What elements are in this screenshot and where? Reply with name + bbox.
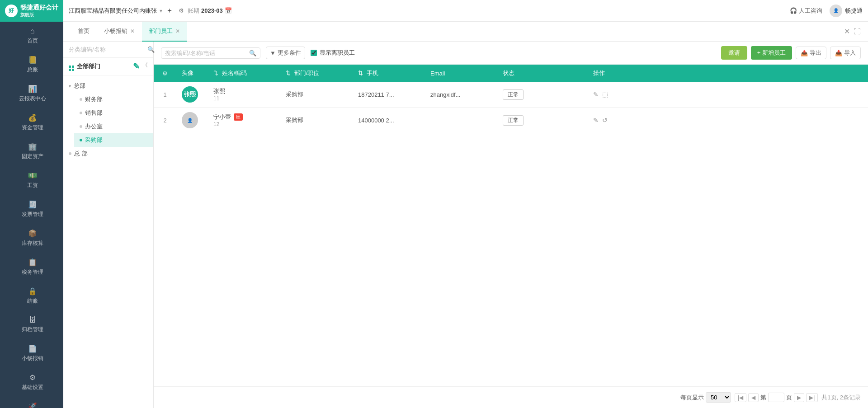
- sidebar-item-salary[interactable]: 💵 工资: [0, 166, 63, 195]
- export-button[interactable]: 📤 导出: [796, 47, 826, 59]
- company-selector[interactable]: 江西服宝精品有限责任公司内账张 ▾: [69, 7, 162, 15]
- dept-item-caigoub[interactable]: 采购部: [74, 133, 153, 147]
- company-dropdown-icon[interactable]: ▾: [160, 8, 162, 14]
- page-number-input[interactable]: 1: [768, 393, 784, 402]
- sort-icon2: ⇅: [286, 70, 291, 76]
- search-icon[interactable]: 🔍: [249, 50, 256, 56]
- row-actions-1: ✎ ⬚: [588, 82, 868, 108]
- first-page-button[interactable]: |◀: [735, 393, 746, 402]
- next-page-button[interactable]: ▶: [794, 393, 804, 402]
- col-phone[interactable]: ⇅ 手机: [353, 65, 425, 82]
- dept-item-zongbu2[interactable]: 总 部: [63, 147, 153, 160]
- prev-page-button[interactable]: ◀: [748, 393, 759, 402]
- col-settings[interactable]: ⚙: [154, 65, 176, 82]
- col-name[interactable]: ⇅ 姓名/编码: [208, 65, 280, 82]
- sidebar-label-tax: 税务管理: [22, 268, 43, 276]
- col-dept[interactable]: ⇅ 部门/职位: [280, 65, 353, 82]
- tab-expense-close[interactable]: ✕: [130, 28, 135, 34]
- sidebar-item-home[interactable]: ⌂ 首页: [0, 22, 63, 50]
- dept-item-caiwubu[interactable]: 财务部: [74, 93, 153, 106]
- per-page-dropdown[interactable]: 50 20 100: [706, 392, 731, 403]
- period-label: 账期: [188, 7, 199, 15]
- close-book-icon: 🔒: [28, 287, 37, 295]
- dept-search-input[interactable]: [69, 46, 145, 53]
- salary-icon: 💵: [28, 171, 37, 180]
- avatar: 👤: [830, 5, 842, 17]
- col-status: 状态: [497, 65, 588, 82]
- dept-dot: [80, 112, 82, 114]
- settings-gear-icon[interactable]: ⚙: [179, 7, 184, 14]
- avatar-circle-1: 张熙: [182, 86, 198, 103]
- dept-dot: [80, 125, 82, 128]
- sidebar-item-ledger[interactable]: 📒 总账: [0, 50, 63, 79]
- calendar-icon[interactable]: 📅: [225, 7, 232, 14]
- sidebar-label-fund: 资金管理: [22, 124, 43, 131]
- dept-label-caiwubu: 财务部: [85, 95, 103, 103]
- sidebar-item-inventory[interactable]: 📦 库存核算: [0, 224, 63, 253]
- tab-expense[interactable]: 小畅报销 ✕: [97, 22, 142, 42]
- logo-icon: 好: [5, 5, 18, 17]
- sidebar-item-archive[interactable]: 🗄 归档管理: [0, 310, 63, 339]
- table-row: 1 张熙 张熙 11: [154, 82, 868, 108]
- import-icon: 📥: [835, 50, 842, 56]
- row-phone-2: 14000000 2...: [353, 108, 425, 133]
- total-info: 共1页, 2条记录: [821, 394, 861, 402]
- status-badge-2: 正常: [503, 115, 524, 126]
- filter-icon: ▼: [270, 50, 276, 56]
- edit-icon-2[interactable]: ✎: [593, 117, 599, 124]
- filter-button[interactable]: ▼ 更多条件: [266, 47, 305, 59]
- tab-department-close[interactable]: ✕: [175, 28, 180, 34]
- invite-button[interactable]: 邀请: [721, 46, 747, 60]
- avatar-circle-2: 👤: [182, 112, 198, 128]
- sidebar-item-fund[interactable]: 💰 资金管理: [0, 108, 63, 137]
- sidebar-item-guide[interactable]: 🚀 新手引导: [0, 397, 63, 408]
- fund-icon: 💰: [28, 113, 37, 122]
- show-resigned-label[interactable]: 显示离职员工: [311, 49, 355, 57]
- dept-item-xiaoshoubu[interactable]: 销售部: [74, 106, 153, 120]
- row-number-1: 1: [154, 82, 176, 108]
- dept-label-xiaoshoubu: 销售部: [85, 109, 103, 117]
- table-row: 2 👤 宁小壹: [154, 108, 868, 133]
- sidebar-item-close[interactable]: 🔒 结账: [0, 281, 63, 310]
- status-badge-1: 正常: [503, 89, 524, 100]
- employee-search-box[interactable]: 🔍: [161, 47, 260, 59]
- dept-item-bangongshi[interactable]: 办公室: [74, 120, 153, 133]
- tax-icon: 📋: [28, 258, 37, 267]
- row-avatar-1: 张熙: [176, 82, 208, 108]
- edit-icon-1[interactable]: ✎: [593, 91, 599, 98]
- employee-search-input[interactable]: [165, 50, 246, 56]
- archive-icon: 🗄: [29, 316, 36, 324]
- sidebar-item-tax[interactable]: 📋 税务管理: [0, 253, 63, 281]
- dept-item-zongbu[interactable]: ▾ 总部: [63, 79, 153, 93]
- sidebar-item-xiao[interactable]: 📄 小畅报销: [0, 339, 63, 368]
- tab-home[interactable]: 首页: [71, 22, 97, 42]
- service-label: 人工咨询: [799, 7, 822, 15]
- settings-icon: ⚙: [29, 373, 36, 382]
- employee-name-2: 宁小壹: [213, 113, 231, 121]
- close-window-icon[interactable]: ✕: [844, 27, 850, 36]
- dept-dot: [80, 139, 82, 141]
- logout-icon-1[interactable]: ⬚: [602, 91, 608, 98]
- import-button[interactable]: 📥 导入: [830, 47, 861, 59]
- add-tab-button[interactable]: ＋: [166, 6, 173, 15]
- import-label: 导入: [844, 49, 856, 57]
- add-dept-button[interactable]: ✎: [133, 61, 140, 71]
- last-page-button[interactable]: ▶|: [806, 393, 818, 402]
- sidebar-item-invoice[interactable]: 🧾 发票管理: [0, 195, 63, 224]
- sidebar-item-report[interactable]: 📊 云报表中心: [0, 79, 63, 108]
- employee-code-1: 11: [213, 95, 275, 102]
- all-dept-label: 全部部门: [77, 62, 100, 70]
- service-button[interactable]: 🎧 人工咨询: [790, 7, 822, 15]
- maximize-icon[interactable]: ⛶: [854, 28, 861, 36]
- show-resigned-checkbox[interactable]: [311, 50, 317, 56]
- sidebar-item-settings[interactable]: ⚙ 基础设置: [0, 368, 63, 397]
- sidebar-item-asset[interactable]: 🏢 固定资产: [0, 137, 63, 166]
- refresh-icon-2[interactable]: ↺: [602, 117, 608, 124]
- content-area: 首页 小畅报销 ✕ 部门员工 ✕ ✕ ⛶ 🔍: [63, 22, 868, 408]
- collapse-dept-button[interactable]: 《: [142, 61, 148, 71]
- add-employee-button[interactable]: + 新增员工: [751, 46, 792, 60]
- dept-label-bangongshi: 办公室: [85, 122, 103, 131]
- sidebar-label-report: 云报表中心: [19, 95, 46, 103]
- tab-department[interactable]: 部门员工 ✕: [142, 22, 187, 42]
- user-info[interactable]: 👤 畅捷通: [830, 5, 863, 17]
